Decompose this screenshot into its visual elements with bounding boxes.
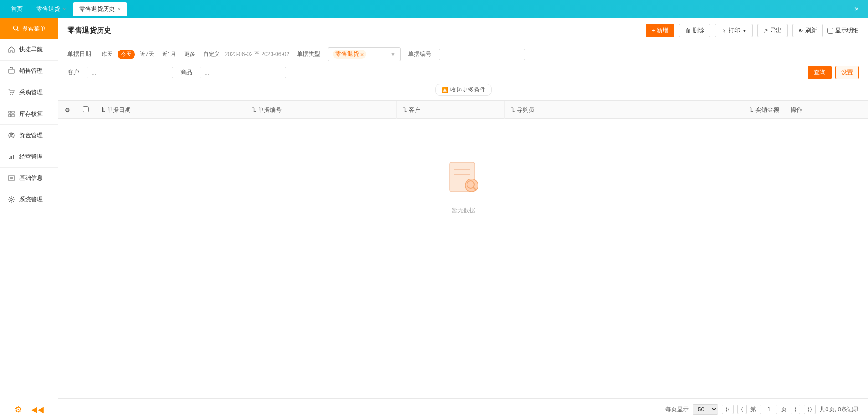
data-table: ⚙ ⇅ 单据日期 ⇅ 单据编号 ⇅ 客户 [58, 101, 868, 119]
sidebar-item-basic-info[interactable]: 基础信息 [0, 168, 58, 189]
delete-icon: 🗑 [685, 27, 691, 34]
th-amount-label: ⇅ 实销金额 [749, 106, 779, 113]
date-btn-more[interactable]: 更多 [181, 50, 198, 59]
sidebar-item-label: 采购管理 [19, 88, 43, 97]
sidebar-item-quick-nav[interactable]: 快捷导航 [0, 39, 58, 61]
th-setting[interactable]: ⚙ [58, 101, 77, 119]
th-date-label: ⇅ 单据日期 [101, 106, 131, 113]
voucher-no-input[interactable] [439, 49, 525, 60]
customer-filter-label: 客户 [67, 68, 79, 77]
th-no: ⇅ 单据编号 [246, 101, 396, 119]
print-icon: 🖨 [721, 27, 727, 34]
page-first-button[interactable]: ⟨⟨ [722, 405, 734, 414]
tab-close-icon[interactable]: × [118, 6, 120, 12]
th-amount: ⇅ 实销金额 [634, 101, 785, 119]
query-button[interactable]: 查询 [808, 66, 832, 79]
svg-rect-6 [12, 111, 14, 113]
top-bar: 首页零售退货×零售退货历史× × [0, 0, 868, 18]
svg-rect-5 [9, 111, 11, 113]
settings-bottom-icon[interactable]: ⚙ [15, 405, 22, 415]
sales-icon [7, 67, 15, 75]
empty-text: 暂无数据 [452, 206, 475, 215]
select-chevron-icon: ▼ [390, 51, 395, 57]
show-detail-checkbox[interactable] [827, 28, 833, 34]
th-no-label: ⇅ 单据编号 [252, 106, 282, 113]
th-customer: ⇅ 客户 [396, 101, 504, 119]
page-number-input[interactable] [760, 405, 777, 414]
filter-area: 单据日期 昨天 今天 近7天 近1月 更多 自定义 2023-06-02 至 2… [67, 43, 859, 100]
sidebar-item-label: 基础信息 [19, 174, 43, 182]
voucher-type-label: 单据类型 [297, 50, 320, 58]
date-filters: 昨天 今天 近7天 近1月 更多 自定义 2023-06-02 至 2023-0… [98, 50, 289, 59]
print-chevron-icon: ▼ [742, 28, 747, 33]
search-icon [13, 25, 19, 33]
basic-info-icon [7, 174, 15, 182]
tab-retail-return-history[interactable]: 零售退货历史× [73, 2, 127, 16]
page-last-button[interactable]: ⟩⟩ [804, 405, 816, 414]
collapse-icon: 🔼 [441, 87, 448, 93]
export-button[interactable]: ↗ 导出 [757, 24, 788, 37]
svg-line-1 [17, 29, 19, 31]
delete-button[interactable]: 🗑 删除 [679, 24, 710, 37]
tab-home[interactable]: 首页 [5, 2, 29, 16]
refresh-button[interactable]: ↻ 刷新 [792, 24, 823, 37]
show-detail-checkbox-label[interactable]: 显示明细 [827, 26, 859, 35]
sidebar-item-operations[interactable]: 经营管理 [0, 146, 58, 168]
main-layout: 搜索菜单 快捷导航 销售管理 采购管理 库存核算 [0, 18, 868, 420]
tag-close-icon[interactable]: × [360, 51, 364, 58]
customer-input[interactable] [87, 67, 173, 78]
toolbar: + 新增 🗑 删除 🖨 打印 ▼ ↗ 导出 ↻ [646, 24, 859, 37]
window-close-button[interactable]: × [849, 5, 863, 14]
tab-label: 零售退货 [36, 5, 60, 13]
date-btn-today[interactable]: 今天 [118, 50, 135, 59]
date-btn-yesterday[interactable]: 昨天 [98, 50, 116, 59]
sidebar-item-purchase-mgmt[interactable]: 采购管理 [0, 82, 58, 103]
content-area: 零售退货历史 + 新增 🗑 删除 🖨 打印 ▼ ↗ 导出 [58, 18, 868, 420]
sidebar: 搜索菜单 快捷导航 销售管理 采购管理 库存核算 [0, 18, 58, 420]
collapse-bottom-icon[interactable]: ◀◀ [31, 405, 44, 415]
sidebar-item-label: 快捷导航 [19, 46, 43, 54]
page-label-pre: 第 [750, 405, 756, 414]
per-page-label: 每页显示 [665, 405, 689, 414]
print-button[interactable]: 🖨 打印 ▼ [715, 24, 753, 37]
per-page-select[interactable]: 50 100 200 [693, 404, 718, 415]
svg-rect-8 [12, 114, 14, 117]
date-btn-custom[interactable]: 自定义 [200, 50, 223, 59]
date-btn-1month[interactable]: 近1月 [159, 50, 180, 59]
purchase-icon [7, 88, 15, 97]
voucher-type-tag: 零售退货 × [333, 50, 367, 59]
sidebar-search-label: 搜索菜单 [22, 25, 46, 33]
svg-rect-13 [9, 175, 14, 181]
voucher-type-select[interactable]: 零售退货 × ▼ [328, 47, 401, 61]
system-icon [7, 195, 15, 204]
page-next-button[interactable]: ⟩ [791, 405, 800, 414]
th-guide-label: ⇅ 导购员 [510, 106, 535, 113]
page-prev-button[interactable]: ⟨ [737, 405, 747, 414]
new-button[interactable]: + 新增 [646, 24, 674, 37]
sidebar-item-inventory[interactable]: 库存核算 [0, 103, 58, 125]
sidebar-item-finance[interactable]: 资金管理 [0, 125, 58, 146]
tab-retail-return[interactable]: 零售退货× [30, 2, 72, 16]
sidebar-item-sales-mgmt[interactable]: 销售管理 [0, 61, 58, 82]
refresh-icon: ↻ [798, 27, 803, 34]
th-check[interactable] [77, 101, 95, 119]
empty-icon [441, 155, 486, 201]
tab-close-icon[interactable]: × [63, 6, 66, 12]
tab-bar: 首页零售退货×零售退货历史× [5, 2, 849, 16]
filter-row-1: 单据日期 昨天 今天 近7天 近1月 更多 自定义 2023-06-02 至 2… [67, 47, 859, 61]
settings-button[interactable]: 设置 [835, 66, 859, 79]
tab-label: 零售退货历史 [79, 5, 115, 13]
sidebar-search[interactable]: 搜索菜单 [0, 18, 58, 39]
th-date: ⇅ 单据日期 [95, 101, 246, 119]
svg-point-0 [13, 26, 17, 30]
pagination-bar: 每页显示 50 100 200 ⟨⟨ ⟨ 第 页 ⟩ ⟩⟩ 共0页, 0条记录 [58, 398, 868, 420]
date-btn-7days[interactable]: 近7天 [137, 50, 157, 59]
collapse-button[interactable]: 🔼 收起更多条件 [435, 84, 492, 96]
total-info: 共0页, 0条记录 [819, 405, 859, 414]
date-range-display: 2023-06-02 至 2023-06-02 [225, 51, 289, 58]
select-all-checkbox[interactable] [83, 106, 89, 112]
goods-input[interactable] [200, 67, 286, 78]
sidebar-item-system-mgmt[interactable]: 系统管理 [0, 189, 58, 210]
svg-point-16 [10, 199, 13, 201]
inventory-icon [7, 110, 15, 118]
